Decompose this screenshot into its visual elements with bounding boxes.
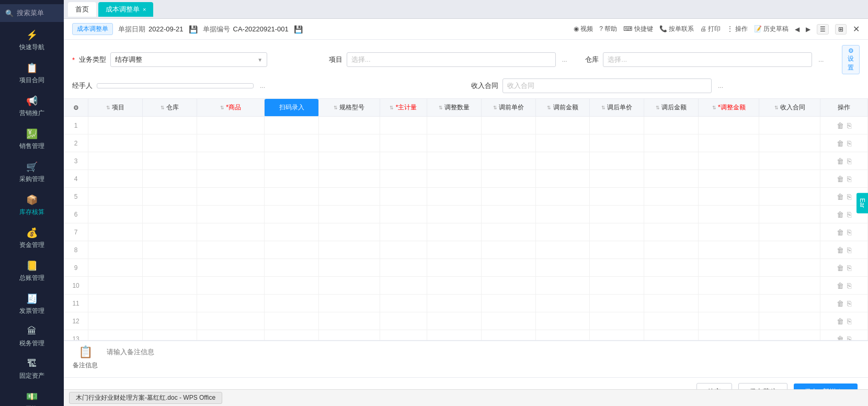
tab-close-icon[interactable]: × [143,6,146,13]
cell-amount-before[interactable] [535,152,590,170]
income-contract-select[interactable]: 收入合同 [502,78,712,93]
cell-product[interactable] [197,312,265,330]
cell-scan[interactable] [265,134,319,152]
copy-icon[interactable]: ⎘ [847,228,851,236]
cell-amount-after[interactable] [644,241,699,259]
delete-icon[interactable]: 🗑 [837,210,844,219]
cell-unit[interactable] [380,295,427,312]
cell-price-after[interactable] [590,259,644,277]
notes-input[interactable] [105,345,860,365]
view-grid[interactable]: ⊞ [835,24,847,35]
sidebar-item-fixed-assets[interactable]: 🏗 固定资产 [0,353,64,386]
cell-product[interactable] [197,152,265,170]
cell-warehouse[interactable] [142,223,197,241]
cell-product[interactable] [197,117,265,134]
cell-income[interactable] [759,223,820,241]
cell-project[interactable] [88,330,143,341]
cell-product[interactable] [197,295,265,312]
cell-amount-after[interactable] [644,277,699,295]
cell-project[interactable] [88,241,143,259]
copy-icon[interactable]: ⎘ [847,264,851,272]
delete-icon[interactable]: 🗑 [837,193,844,201]
action-history[interactable]: 📝 历史草稿 [754,25,789,33]
delete-icon[interactable]: 🗑 [837,317,844,325]
cell-income[interactable] [759,241,820,259]
cell-price-after[interactable] [590,188,644,206]
cell-price-before[interactable] [482,259,536,277]
cell-warehouse[interactable] [142,117,197,134]
cell-income[interactable] [759,188,820,206]
sidebar-item-capital[interactable]: 💰 资金管理 [0,222,64,255]
cell-income[interactable] [759,170,820,188]
project-ellipsis[interactable]: ... [560,56,569,63]
cell-income[interactable] [759,259,820,277]
cell-qty[interactable] [427,277,482,295]
copy-icon[interactable]: ⎘ [847,175,851,183]
delete-icon[interactable]: 🗑 [837,246,844,254]
cell-warehouse[interactable] [142,259,197,277]
sidebar-item-project-contract[interactable]: 📋 项目合同 [0,57,64,90]
cell-unit[interactable] [380,117,427,134]
copy-icon[interactable]: ⎘ [847,210,851,219]
cell-amount-before[interactable] [535,259,590,277]
cell-qty[interactable] [427,134,482,152]
cell-qty[interactable] [427,170,482,188]
cell-price-after[interactable] [590,295,644,312]
sidebar-item-ledger[interactable]: 📒 总账管理 [0,255,64,288]
cell-product[interactable] [197,206,265,223]
cell-scan[interactable] [265,312,319,330]
cell-product[interactable] [197,134,265,152]
cell-project[interactable] [88,152,143,170]
cell-unit[interactable] [380,170,427,188]
cell-price-before[interactable] [482,134,536,152]
cell-amount-before[interactable] [535,188,590,206]
cell-warehouse[interactable] [142,170,197,188]
cell-unit[interactable] [380,241,427,259]
cell-scan[interactable] [265,188,319,206]
cell-scan[interactable] [265,241,319,259]
nav-prev[interactable]: ◀ [795,26,800,33]
cell-qty[interactable] [427,152,482,170]
cell-adjust[interactable] [698,295,759,312]
cell-product[interactable] [197,277,265,295]
cell-spec[interactable] [318,134,380,152]
cell-adjust[interactable] [698,277,759,295]
cell-unit[interactable] [380,134,427,152]
cell-amount-before[interactable] [535,277,590,295]
cell-project[interactable] [88,206,143,223]
cell-unit[interactable] [380,188,427,206]
copy-icon[interactable]: ⎘ [847,335,851,341]
sidebar-item-quicknav[interactable]: ⚡ 快速导航 [0,24,64,57]
tab-home[interactable]: 首页 [68,2,96,17]
cell-price-after[interactable] [590,206,644,223]
cell-price-before[interactable] [482,152,536,170]
cell-scan[interactable] [265,330,319,341]
cell-adjust[interactable] [698,259,759,277]
cell-spec[interactable] [318,117,380,134]
cell-amount-before[interactable] [535,330,590,341]
cell-amount-after[interactable] [644,188,699,206]
copy-icon[interactable]: ⎘ [847,157,851,165]
cell-spec[interactable] [318,241,380,259]
cell-amount-after[interactable] [644,170,699,188]
cell-project[interactable] [88,223,143,241]
action-contact[interactable]: 📞 按单联系 [659,25,694,33]
cell-price-before[interactable] [482,295,536,312]
cell-product[interactable] [197,170,265,188]
cell-income[interactable] [759,295,820,312]
cell-scan[interactable] [265,259,319,277]
cell-qty[interactable] [427,223,482,241]
cell-warehouse[interactable] [142,312,197,330]
cell-adjust[interactable] [698,134,759,152]
cell-amount-after[interactable] [644,117,699,134]
cell-spec[interactable] [318,312,380,330]
sidebar-search[interactable]: 🔍 搜索菜单 [0,4,64,22]
action-video[interactable]: ◉ 视频 [574,25,593,33]
cell-qty[interactable] [427,241,482,259]
cell-price-before[interactable] [482,330,536,341]
cell-price-after[interactable] [590,152,644,170]
cell-price-after[interactable] [590,241,644,259]
cell-adjust[interactable] [698,117,759,134]
copy-icon[interactable]: ⎘ [847,193,851,201]
cell-warehouse[interactable] [142,188,197,206]
